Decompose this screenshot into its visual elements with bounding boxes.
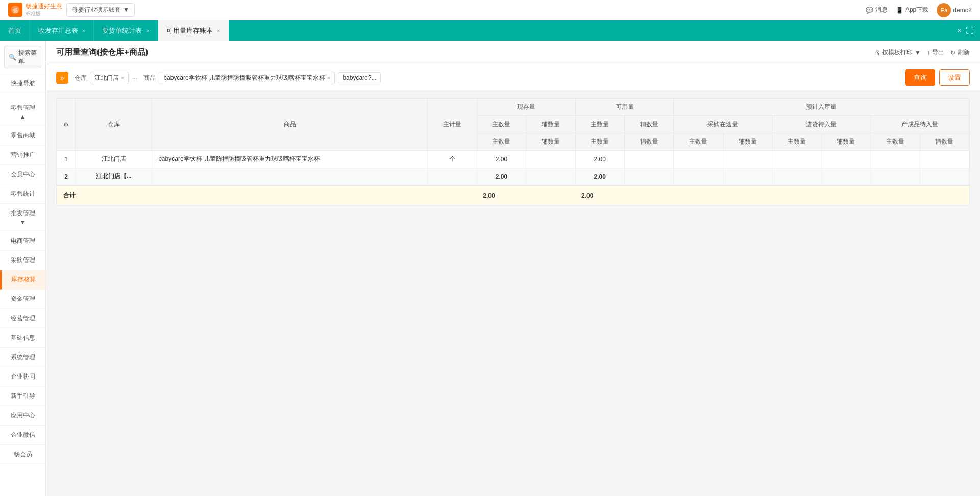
warehouse-filter-tag[interactable]: 江北门店 × xyxy=(90,72,129,84)
th-stock-aux: 辅数量 xyxy=(526,116,575,133)
main-layout: 🔍 搜索菜单 快捷导航 零售管理 ▲ 零售商城 营销推广 会员中心 零售统计 批… xyxy=(0,41,980,496)
sidebar-item-retail-mall[interactable]: 零售商城 xyxy=(0,126,45,146)
sidebar-item-basics[interactable]: 基础信息 xyxy=(0,328,45,348)
th-purchase-sub: 采购在途量 xyxy=(674,116,772,133)
row1-pr-main xyxy=(871,151,920,168)
warehouse-tag-close[interactable]: × xyxy=(121,75,124,81)
sidebar-item-newbie[interactable]: 新手引导 xyxy=(0,387,45,406)
warehouse-tag-value: 江北门店 xyxy=(94,74,119,82)
sidebar-item-retail-mgmt[interactable]: 零售管理 ▲ xyxy=(0,99,45,126)
sidebar-retail-stats-label: 零售统计 xyxy=(11,190,35,198)
sidebar-item-system[interactable]: 系统管理 xyxy=(0,348,45,367)
th-forecast-group: 预计入库量 xyxy=(674,99,969,116)
sidebar-item-marketing[interactable]: 营销推广 xyxy=(0,146,45,165)
product-filter-tag2[interactable]: babycare?... xyxy=(338,72,381,83)
th-in-main: 主数量 xyxy=(772,133,821,151)
user-area[interactable]: Ea demo2 xyxy=(937,3,972,17)
settings-button[interactable]: 设置 xyxy=(939,69,970,86)
row2-pu-aux xyxy=(723,168,772,186)
refresh-button[interactable]: ↻ 刷新 xyxy=(950,48,970,57)
row1-stock-aux xyxy=(526,151,575,168)
total-stock-main: 2.00 xyxy=(477,185,526,205)
th-stock-main: 主数量 xyxy=(477,116,526,133)
sidebar-item-operations[interactable]: 经营管理 xyxy=(0,309,45,328)
message-button[interactable]: 💬 消息 xyxy=(866,6,888,14)
th-warehouse: 仓库 xyxy=(76,99,152,151)
product-tag-value2: babycare?... xyxy=(342,74,376,81)
chevron-down-icon: ▼ xyxy=(123,6,129,13)
sidebar-item-members[interactable]: 会员中心 xyxy=(0,165,45,184)
sidebar-item-retail-stats[interactable]: 零售统计 xyxy=(0,184,45,204)
sidebar-item-finance[interactable]: 资金管理 xyxy=(0,290,45,309)
sidebar-operations-label: 经营管理 xyxy=(11,314,35,323)
sidebar-newbie-label: 新手引导 xyxy=(11,392,35,400)
search-menu-button[interactable]: 🔍 搜索菜单 xyxy=(4,46,41,68)
sidebar-item-enterprise-collab[interactable]: 企业协同 xyxy=(0,367,45,387)
top-bar-right: 💬 消息 📱 App下载 Ea demo2 xyxy=(866,3,972,17)
sidebar-purchase-label: 采购管理 xyxy=(11,256,35,265)
sidebar-app-center-label: 应用中心 xyxy=(11,411,35,420)
industry-label: 母婴行业演示账套 xyxy=(72,6,121,14)
tab-receipt-close[interactable]: × xyxy=(82,28,85,34)
th-pr-main: 主数量 xyxy=(871,133,920,151)
industry-selector[interactable]: 母婴行业演示账套 ▼ xyxy=(66,3,135,17)
sidebar-retail-mall-label: 零售商城 xyxy=(11,131,35,140)
row1-index: 1 xyxy=(57,151,76,168)
sidebar-ecommerce-label: 电商管理 xyxy=(11,237,35,245)
chevron-down-icon: ▼ xyxy=(20,219,26,226)
content-area: 可用量查询(按仓库+商品) 🖨 按模板打印 ▼ ↑ 导出 ↻ 刷新 xyxy=(46,41,980,496)
export-icon: ↑ xyxy=(927,49,930,56)
th-product: 商品 xyxy=(152,99,428,151)
tab-receipt-summary[interactable]: 收发存汇总表 × xyxy=(30,20,94,41)
th-stock-group: 现存量 xyxy=(477,99,575,116)
th-a-main: 主数量 xyxy=(575,133,624,151)
th-s-aux: 辅数量 xyxy=(526,133,575,151)
warehouse-filter-group: 仓库 江北门店 × ··· xyxy=(75,72,137,84)
sidebar-item-purchase[interactable]: 采购管理 xyxy=(0,251,45,270)
th-settings[interactable]: ⚙ xyxy=(57,99,76,151)
filter-action-area: 查询 设置 xyxy=(905,69,970,86)
filter-expand-button[interactable]: » xyxy=(56,72,68,84)
total-stock-aux xyxy=(526,185,575,205)
sidebar-item-quick-nav[interactable]: 快捷导航 xyxy=(0,74,45,93)
sidebar-enterprise-wechat-label: 企业微信 xyxy=(11,431,35,439)
product-tag1-close[interactable]: × xyxy=(327,75,330,81)
total-pu-aux xyxy=(723,185,772,205)
product-tag-value1: babycare学饮杯 儿童防摔防撞吸管杯重力球吸嘴杯宝宝水杯 xyxy=(163,74,325,82)
tab-available-close[interactable]: × xyxy=(217,28,220,34)
avatar: Ea xyxy=(937,3,951,17)
th-a-aux: 辅数量 xyxy=(625,133,674,151)
warehouse-more[interactable]: ··· xyxy=(132,74,137,82)
tab-available-inventory[interactable]: 可用量库存账本 × xyxy=(158,20,229,41)
print-arrow-icon: ▼ xyxy=(915,49,921,56)
table-container: ⚙ 仓库 商品 主计量 现存量 xyxy=(56,98,970,205)
app-download-button[interactable]: 📱 App下载 xyxy=(896,6,928,14)
close-window-button[interactable]: × xyxy=(957,26,962,35)
sidebar-item-enterprise-wechat[interactable]: 企业微信 xyxy=(0,426,45,445)
sidebar-inventory-label: 库存核算 xyxy=(11,275,36,284)
row2-product xyxy=(152,168,428,186)
export-button[interactable]: ↑ 导出 xyxy=(927,48,944,57)
tab-order-close[interactable]: × xyxy=(146,28,149,34)
sidebar-item-member[interactable]: 畅会员 xyxy=(0,445,45,464)
sidebar-item-ecommerce[interactable]: 电商管理 xyxy=(0,231,45,251)
sidebar-enterprise-collab-label: 企业协同 xyxy=(11,372,35,381)
row2-in-aux xyxy=(821,168,870,186)
query-button[interactable]: 查询 xyxy=(905,69,935,86)
user-name: demo2 xyxy=(953,7,972,14)
inventory-table: ⚙ 仓库 商品 主计量 现存量 xyxy=(57,98,969,205)
tab-home[interactable]: 首页 xyxy=(0,20,30,41)
sidebar-item-wholesale[interactable]: 批发管理 ▼ xyxy=(0,204,45,231)
fullscreen-button[interactable]: ⛶ xyxy=(966,26,974,35)
th-main-unit: 主计量 xyxy=(428,99,477,151)
tab-order-stats[interactable]: 要货单统计表 × xyxy=(94,20,158,41)
search-menu-label: 搜索菜单 xyxy=(18,49,37,66)
gear-icon: ⚙ xyxy=(63,121,69,128)
print-button[interactable]: 🖨 按模板打印 ▼ xyxy=(874,48,921,57)
th-available-main: 主数量 xyxy=(575,116,624,133)
sidebar-item-inventory[interactable]: 库存核算 xyxy=(0,270,45,290)
row2-stock-main: 2.00 xyxy=(477,168,526,186)
product-filter-tag1[interactable]: babycare学饮杯 儿童防摔防撞吸管杯重力球吸嘴杯宝宝水杯 × xyxy=(159,72,335,84)
sidebar-item-app-center[interactable]: 应用中心 xyxy=(0,406,45,426)
sidebar: 🔍 搜索菜单 快捷导航 零售管理 ▲ 零售商城 营销推广 会员中心 零售统计 批… xyxy=(0,41,46,496)
